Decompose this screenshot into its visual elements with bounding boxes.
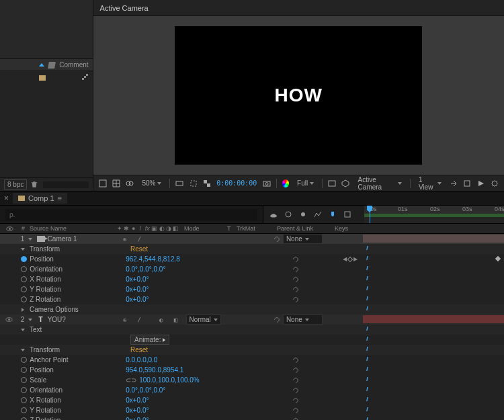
property-value[interactable]: 0x+0.0° (126, 417, 149, 420)
resolution-icon[interactable] (175, 179, 183, 188)
property-value[interactable]: 100.0,100.0,100.0% (139, 376, 200, 384)
pickwhip-icon[interactable] (292, 357, 299, 364)
pickwhip-icon[interactable] (292, 377, 299, 384)
stopwatch-icon[interactable] (21, 286, 27, 292)
keys-col-header[interactable]: Keys (332, 224, 372, 233)
num-col-header[interactable]: # (19, 224, 27, 233)
stopwatch-icon[interactable] (21, 397, 27, 403)
property-value[interactable]: 0x+0.0° (126, 407, 149, 414)
visibility-toggle[interactable] (5, 316, 13, 323)
property-row[interactable]: Y Rotation 0x+0.0° I (0, 284, 504, 294)
bpc-button[interactable]: 8 bpc (4, 179, 27, 190)
blend-mode-dropdown[interactable]: Normal (186, 314, 221, 325)
tag-col-icon[interactable] (48, 62, 56, 69)
property-value[interactable]: 0.0°,0.0°,0.0° (126, 386, 165, 394)
timeline-search-input[interactable] (5, 209, 257, 220)
twirl-icon[interactable] (21, 349, 25, 351)
layer-row[interactable]: 2 TYOU? ⊕ / ◐ ◧ Normal None (0, 314, 504, 325)
resolution-dropdown[interactable]: Full (294, 179, 317, 187)
property-group-row[interactable]: Text I (0, 325, 504, 335)
property-group-row[interactable]: Camera Options I (0, 304, 504, 314)
roi-icon[interactable] (190, 179, 198, 188)
layer-tracks-area[interactable]: 1 Camera 1 ⊕ / None Transform Reset I Po… (0, 234, 504, 420)
property-row[interactable]: Orientation 0.0°,0.0°,0.0° I (0, 385, 504, 395)
property-row[interactable]: Scale ⊂⊃ 100.0,100.0,100.0% I (0, 375, 504, 385)
property-row[interactable]: Y Rotation 0x+0.0° I (0, 405, 504, 415)
stopwatch-icon[interactable] (21, 377, 27, 383)
source-name-col-header[interactable]: Source Name (27, 224, 114, 233)
work-area-bar[interactable] (364, 214, 504, 217)
shy-toggle-icon[interactable] (269, 210, 278, 219)
pickwhip-icon[interactable] (292, 387, 299, 394)
playhead[interactable] (370, 206, 370, 223)
composition-canvas[interactable]: HOW (175, 26, 422, 165)
project-items-area[interactable] (0, 71, 93, 177)
stopwatch-icon[interactable] (21, 266, 27, 272)
viewer-body[interactable]: HOW (93, 16, 504, 175)
keyframe-marker[interactable] (495, 256, 501, 261)
property-value[interactable]: 0x+0.0° (126, 276, 149, 283)
folder-icon[interactable] (39, 75, 46, 81)
mode-col-header[interactable]: Mode (181, 224, 224, 233)
comp-tab[interactable]: Comp 1 ≡ (13, 193, 67, 204)
fast-preview-icon[interactable] (477, 179, 485, 188)
flowchart-icon[interactable] (82, 74, 89, 81)
property-row[interactable]: Orientation 0.0°,0.0°,0.0° I (0, 264, 504, 274)
property-group-row[interactable]: Transform Reset I (0, 345, 504, 355)
pickwhip-icon[interactable] (292, 407, 299, 414)
property-value[interactable]: 0.0,0.0,0.0 (126, 356, 157, 364)
draft3d-icon[interactable] (341, 179, 349, 188)
property-value[interactable]: 0x+0.0° (126, 286, 149, 293)
graph-editor-icon[interactable] (313, 210, 323, 219)
twirl-icon[interactable] (21, 248, 25, 251)
trash-icon[interactable] (31, 181, 38, 188)
property-value[interactable]: 0.0°,0.0°,0.0° (126, 265, 165, 273)
mask-toggle-icon[interactable] (126, 179, 134, 188)
stopwatch-icon[interactable] (21, 367, 27, 373)
transparency-icon[interactable] (203, 179, 211, 188)
pickwhip-icon[interactable] (292, 417, 299, 421)
views-dropdown[interactable]: 1 View (416, 175, 444, 192)
pickwhip-icon[interactable] (292, 296, 299, 303)
exposure-icon[interactable] (491, 179, 499, 188)
color-management-icon[interactable] (282, 179, 290, 187)
comment-col-header[interactable]: Comment (59, 61, 88, 69)
pickwhip-icon[interactable] (292, 276, 299, 283)
pickwhip-icon[interactable] (292, 266, 299, 273)
property-row[interactable]: Position 954.0,590.0,8954.1 I (0, 365, 504, 375)
property-row[interactable]: X Rotation 0x+0.0° I (0, 274, 504, 284)
property-row[interactable]: Z Rotation 0x+0.0° I (0, 294, 504, 304)
layer-row[interactable]: 1 Camera 1 ⊕ / None (0, 234, 504, 244)
pickwhip-icon[interactable] (292, 367, 299, 374)
stopwatch-icon[interactable] (21, 276, 27, 282)
trkmat-col-header[interactable]: TrkMat (234, 224, 274, 233)
camera-dropdown[interactable]: Active Camera (355, 175, 405, 192)
grid-icon[interactable] (112, 179, 120, 188)
property-value[interactable]: 0x+0.0° (126, 296, 149, 303)
parent-dropdown[interactable]: None (283, 234, 323, 244)
property-row[interactable]: X Rotation 0x+0.0° I (0, 395, 504, 405)
twirl-icon[interactable] (21, 329, 25, 331)
pixel-aspect-icon[interactable] (463, 179, 471, 188)
snapshot-icon[interactable] (262, 179, 270, 188)
twirl-icon[interactable] (22, 308, 24, 312)
parent-col-header[interactable]: Parent & Link (274, 224, 332, 233)
property-value[interactable]: 954.0,590.0,8954.1 (126, 366, 183, 374)
animate-button[interactable]: Animate: (130, 335, 169, 345)
label-col-icon[interactable] (39, 63, 44, 67)
property-row[interactable]: Z Rotation 0x+0.0° I (0, 415, 504, 420)
property-row[interactable]: Position 962.4,544.8,812.8 ◀▶ I (0, 254, 504, 264)
stopwatch-icon[interactable] (21, 296, 27, 302)
pickwhip-icon[interactable] (292, 397, 299, 404)
time-ruler[interactable]: 00s 01s 02s 03s 04s (364, 206, 504, 223)
stopwatch-icon[interactable] (21, 417, 27, 420)
render-queue-icon[interactable] (343, 210, 352, 219)
stopwatch-icon[interactable] (21, 407, 27, 413)
property-value[interactable]: 0x+0.0° (126, 396, 149, 404)
property-group-row[interactable]: Transform Reset I (0, 244, 504, 254)
view-layout-icon[interactable] (328, 179, 336, 188)
constrain-icon[interactable]: ⊂⊃ (126, 376, 136, 384)
reset-link[interactable]: Reset (130, 245, 148, 253)
t-col-header[interactable]: T (224, 224, 234, 233)
twirl-icon[interactable] (28, 238, 32, 241)
